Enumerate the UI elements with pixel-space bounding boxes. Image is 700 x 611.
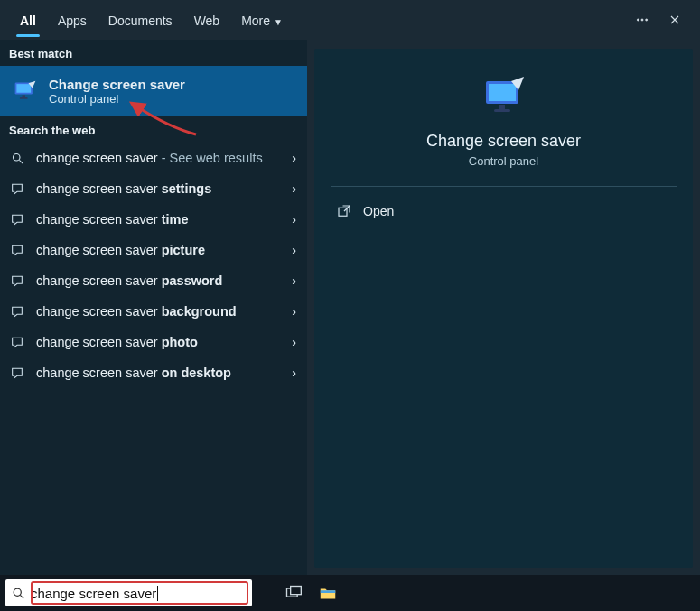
- chat-icon: [9, 273, 25, 289]
- task-view-button[interactable]: [281, 580, 306, 606]
- svg-point-0: [637, 19, 639, 21]
- result-label: change screen saver photo: [36, 335, 281, 349]
- result-label: change screen saver on desktop: [36, 366, 281, 380]
- result-label: change screen saver settings: [36, 181, 281, 196]
- web-result[interactable]: change screen saver photo›: [0, 327, 307, 357]
- result-label: change screen saver background: [36, 304, 281, 319]
- detail-subtitle: Control panel: [469, 154, 538, 168]
- open-action[interactable]: Open: [331, 196, 399, 227]
- svg-point-7: [13, 153, 20, 161]
- web-result[interactable]: change screen saver time›: [0, 204, 307, 235]
- svg-rect-4: [16, 84, 31, 93]
- tab-web[interactable]: Web: [183, 5, 231, 36]
- chat-icon: [9, 181, 25, 197]
- chevron-right-icon: ›: [292, 212, 296, 227]
- web-result[interactable]: change screen saver - See web results›: [0, 143, 307, 173]
- chat-icon: [9, 211, 25, 227]
- tab-apps[interactable]: Apps: [47, 5, 98, 36]
- monitor-icon: [479, 76, 529, 119]
- svg-rect-10: [499, 105, 505, 109]
- taskbar: change screen saver: [0, 575, 700, 611]
- detail-pane: Change screen saver Control panel Open: [314, 49, 693, 568]
- result-label: change screen saver picture: [36, 243, 281, 257]
- result-label: change screen saver time: [36, 212, 281, 227]
- chevron-right-icon: ›: [292, 335, 296, 349]
- svg-rect-5: [23, 95, 26, 97]
- best-match-subtitle: Control panel: [49, 92, 185, 106]
- best-match-heading: Best match: [0, 40, 307, 66]
- web-result[interactable]: change screen saver picture›: [0, 235, 307, 265]
- result-label: change screen saver password: [36, 273, 281, 288]
- svg-point-13: [14, 588, 21, 596]
- tab-more-label: More: [241, 14, 270, 28]
- chat-icon: [9, 365, 25, 381]
- best-match-title: Change screen saver: [49, 77, 185, 92]
- svg-rect-11: [494, 109, 510, 112]
- chevron-down-icon: ▼: [274, 17, 283, 27]
- chevron-right-icon: ›: [292, 366, 296, 380]
- tab-more[interactable]: More▼: [230, 5, 294, 36]
- web-result[interactable]: change screen saver settings›: [0, 173, 307, 204]
- chevron-right-icon: ›: [292, 273, 296, 288]
- best-match-result[interactable]: Change screen saver Control panel: [0, 66, 307, 116]
- monitor-icon: [13, 79, 38, 104]
- close-button[interactable]: [658, 4, 691, 36]
- chat-icon: [9, 334, 25, 350]
- detail-title: Change screen saver: [426, 132, 581, 151]
- svg-rect-6: [20, 97, 28, 99]
- taskbar-search[interactable]: change screen saver: [5, 579, 252, 606]
- web-result[interactable]: change screen saver background›: [0, 296, 307, 327]
- web-result[interactable]: change screen saver password›: [0, 265, 307, 296]
- search-input[interactable]: change screen saver: [31, 586, 156, 601]
- results-pane: Best match Change screen saver Control p…: [0, 40, 307, 575]
- chat-icon: [9, 303, 25, 319]
- search-web-heading: Search the web: [0, 116, 307, 143]
- tab-documents[interactable]: Documents: [98, 5, 183, 36]
- chevron-right-icon: ›: [292, 151, 296, 165]
- divider: [331, 186, 677, 187]
- more-options-button[interactable]: [626, 4, 658, 36]
- svg-rect-16: [321, 590, 336, 593]
- chevron-right-icon: ›: [292, 181, 296, 196]
- search-icon: [5, 587, 31, 600]
- file-explorer-button[interactable]: [315, 580, 341, 606]
- open-icon: [336, 203, 352, 219]
- chevron-right-icon: ›: [292, 304, 296, 319]
- text-caret: [157, 586, 158, 601]
- tab-all[interactable]: All: [9, 5, 47, 36]
- chevron-right-icon: ›: [292, 243, 296, 257]
- chat-icon: [9, 242, 25, 258]
- svg-point-2: [646, 19, 648, 21]
- filter-tabs: All Apps Documents Web More▼: [0, 0, 700, 40]
- web-result[interactable]: change screen saver on desktop›: [0, 357, 307, 388]
- svg-rect-15: [291, 587, 302, 595]
- result-label: change screen saver - See web results: [36, 151, 281, 165]
- open-label: Open: [363, 204, 394, 218]
- svg-point-1: [641, 19, 643, 21]
- svg-rect-9: [489, 84, 516, 101]
- search-icon: [9, 150, 25, 166]
- web-results-list: change screen saver - See web results›ch…: [0, 143, 307, 388]
